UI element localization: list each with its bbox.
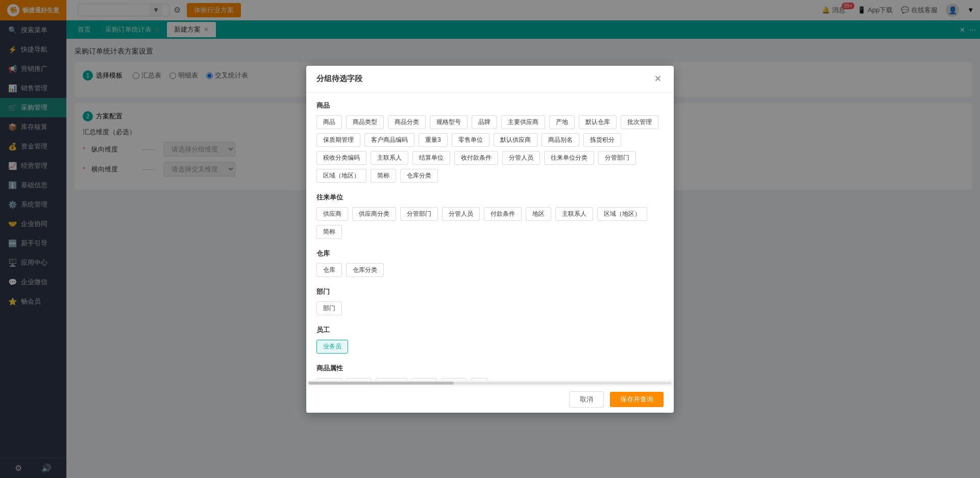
dialog-section-3: 部门部门 [316, 287, 664, 315]
field-tag-0-17[interactable]: 主联系人 [371, 151, 408, 165]
field-tag-3-0[interactable]: 部门 [316, 301, 342, 315]
field-tag-0-7[interactable]: 默认仓库 [579, 115, 617, 129]
field-tag-0-11[interactable]: 重量3 [419, 133, 448, 147]
field-tag-1-0[interactable]: 供应商 [316, 207, 348, 221]
cancel-button[interactable]: 取消 [569, 391, 604, 408]
confirm-button[interactable]: 保存并查询 [610, 392, 664, 407]
field-tag-0-19[interactable]: 收付款条件 [454, 151, 498, 165]
field-tag-2-1[interactable]: 仓库分类 [346, 263, 384, 277]
field-tag-0-21[interactable]: 往来单位分类 [544, 151, 594, 165]
section-tags-0: 商品商品类型商品分类规格型号品牌主要供应商产地默认仓库批次管理保质期管理客户商品… [316, 115, 664, 183]
section-title-4: 员工 [316, 325, 664, 335]
dialog-horizontal-scrollbar[interactable] [306, 380, 674, 386]
dialog-close-button[interactable]: ✕ [651, 73, 664, 85]
section-title-2: 仓库 [316, 249, 664, 258]
field-tag-0-1[interactable]: 商品类型 [346, 115, 384, 129]
field-tag-4-0[interactable]: 业务员 [316, 340, 348, 354]
field-tag-0-15[interactable]: 拣货积分 [583, 133, 621, 147]
field-tag-0-2[interactable]: 商品分类 [388, 115, 426, 129]
field-tag-0-22[interactable]: 分管部门 [598, 151, 636, 165]
field-tag-0-5[interactable]: 主要供应商 [501, 115, 545, 129]
field-tag-0-4[interactable]: 品牌 [472, 115, 497, 129]
field-tag-1-2[interactable]: 分管部门 [400, 207, 438, 221]
field-tag-0-18[interactable]: 结算单位 [412, 151, 450, 165]
field-tag-0-13[interactable]: 默认供应商 [494, 133, 537, 147]
field-tag-1-5[interactable]: 地区 [526, 207, 551, 221]
field-tag-0-25[interactable]: 仓库分类 [400, 169, 438, 183]
field-tag-2-0[interactable]: 仓库 [316, 263, 342, 277]
section-tags-2: 仓库仓库分类 [316, 263, 664, 277]
field-tag-0-6[interactable]: 产地 [549, 115, 575, 129]
field-tag-1-6[interactable]: 主联系人 [555, 207, 593, 221]
section-tags-4: 业务员 [316, 340, 664, 354]
section-title-1: 往来单位 [316, 193, 664, 202]
field-tag-0-12[interactable]: 零售单位 [452, 133, 489, 147]
field-tag-0-23[interactable]: 区域（地区） [316, 169, 366, 183]
dialog-title: 分组待选字段 [316, 74, 362, 84]
dialog-section-0: 商品商品商品类型商品分类规格型号品牌主要供应商产地默认仓库批次管理保质期管理客户… [316, 101, 664, 183]
section-title-0: 商品 [316, 101, 664, 110]
field-tag-0-0[interactable]: 商品 [316, 115, 342, 129]
field-tag-1-3[interactable]: 分管人员 [442, 207, 480, 221]
section-title-5: 商品属性 [316, 364, 664, 373]
field-tag-0-14[interactable]: 商品别名 [542, 133, 579, 147]
modal-overlay: 分组待选字段 ✕ 商品商品商品类型商品分类规格型号品牌主要供应商产地默认仓库批次… [0, 0, 980, 478]
dialog-section-4: 员工业务员 [316, 325, 664, 354]
dialog-body: 商品商品商品类型商品分类规格型号品牌主要供应商产地默认仓库批次管理保质期管理客户… [306, 93, 674, 380]
field-tag-0-20[interactable]: 分管人员 [502, 151, 540, 165]
field-tag-1-4[interactable]: 付款条件 [484, 207, 522, 221]
dialog-section-1: 往来单位供应商供应商分类分管部门分管人员付款条件地区主联系人区域（地区）简称 [316, 193, 664, 239]
field-tag-0-9[interactable]: 保质期管理 [316, 133, 360, 147]
dialog-section-2: 仓库仓库仓库分类 [316, 249, 664, 277]
dialog-footer: 取消 保存并查询 [306, 386, 674, 413]
section-tags-1: 供应商供应商分类分管部门分管人员付款条件地区主联系人区域（地区）简称 [316, 207, 664, 239]
dialog-section-5: 商品属性属性颜色多规格尺码鞋码1 [316, 364, 664, 380]
section-title-3: 部门 [316, 287, 664, 296]
field-tag-0-16[interactable]: 税收分类编码 [316, 151, 366, 165]
field-tag-1-7[interactable]: 区域（地区） [597, 207, 647, 221]
section-tags-3: 部门 [316, 301, 664, 315]
field-tag-0-24[interactable]: 简称 [371, 169, 396, 183]
field-tag-1-1[interactable]: 供应商分类 [352, 207, 396, 221]
dialog-header: 分组待选字段 ✕ [306, 66, 674, 93]
field-tag-0-10[interactable]: 客户商品编码 [364, 133, 414, 147]
dialog: 分组待选字段 ✕ 商品商品商品类型商品分类规格型号品牌主要供应商产地默认仓库批次… [306, 66, 674, 413]
field-tag-1-8[interactable]: 简称 [316, 225, 342, 239]
field-tag-0-3[interactable]: 规格型号 [430, 115, 468, 129]
field-tag-0-8[interactable]: 批次管理 [621, 115, 658, 129]
